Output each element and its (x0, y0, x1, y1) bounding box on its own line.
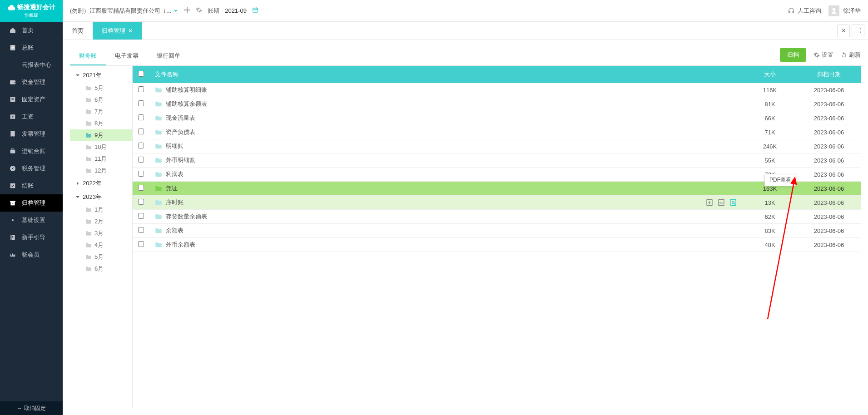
folder-icon (155, 199, 162, 206)
subtab-电子发票[interactable]: 电子发票 (106, 47, 148, 65)
archive-date: 2023-06-06 (797, 83, 861, 97)
folder-icon (85, 168, 92, 173)
tab-close-icon[interactable]: ✕ (128, 28, 133, 34)
sidebar-item-guide[interactable]: 新手引导 (0, 229, 63, 246)
sidebar-item-asset[interactable]: 固定资产 (0, 91, 63, 108)
tree-month[interactable]: 6月 (70, 94, 132, 106)
tree-month[interactable]: 1月 (70, 204, 132, 216)
tree-month[interactable]: 11月 (70, 153, 132, 165)
sidebar-item-tax[interactable]: 税务管理 (0, 160, 63, 177)
pdf-icon[interactable]: PDF (717, 198, 725, 207)
row-checkbox[interactable] (138, 114, 144, 120)
file-size: 48K (743, 238, 797, 252)
vip-icon (9, 251, 16, 258)
wallet-icon (9, 79, 16, 86)
table-row[interactable]: 辅助核算余额表81K2023-06-06 (133, 97, 861, 111)
svg-rect-0 (10, 45, 15, 50)
tree-month[interactable]: 12月 (70, 165, 132, 177)
row-checkbox[interactable] (138, 157, 144, 163)
row-checkbox[interactable] (138, 227, 144, 233)
refresh-icon (841, 52, 847, 58)
calendar-icon[interactable] (252, 7, 258, 15)
table-row[interactable]: 明细账246K2023-06-06 (133, 139, 861, 153)
tree-month[interactable]: 6月 (70, 263, 132, 275)
table-row[interactable]: 凭证163K2023-06-06 (133, 182, 861, 196)
tree-month[interactable]: 2月 (70, 216, 132, 227)
fullscreen-button[interactable]: ⛶ (852, 25, 864, 37)
close-all-tabs-button[interactable]: ✕ (837, 25, 850, 37)
tree-year[interactable]: 2022年 (70, 177, 132, 190)
settings-action[interactable]: 设置 (813, 51, 833, 59)
sidebar-item-ledger[interactable]: 总账 (0, 39, 63, 56)
subtab-银行回单[interactable]: 银行回单 (148, 47, 189, 65)
tree-month[interactable]: 4月 (70, 239, 132, 251)
tree-month[interactable]: 5月 (70, 82, 132, 94)
settings-gear-button[interactable] (196, 7, 202, 15)
row-checkbox[interactable] (138, 185, 144, 191)
file-table-panel: 文件名称 大小 归档日期 辅助核算明细账116K2023-06-06辅助核算余额… (133, 66, 861, 408)
tab-归档管理[interactable]: 归档管理✕ (93, 22, 142, 40)
select-all-checkbox[interactable] (138, 71, 144, 77)
subtab-财务账[interactable]: 财务账 (70, 47, 106, 65)
tree-month[interactable]: 7月 (70, 106, 132, 118)
tree-month[interactable]: 8月 (70, 118, 132, 129)
sidebar-item-label: 固定资产 (22, 95, 45, 104)
row-checkbox[interactable] (138, 171, 144, 177)
archive-date: 2023-06-06 (797, 168, 861, 182)
folder-icon (155, 129, 162, 135)
folder-icon (155, 143, 162, 149)
sidebar-item-home[interactable]: 首页 (0, 22, 63, 39)
row-checkbox[interactable] (138, 143, 144, 148)
table-row[interactable]: 资产负债表71K2023-06-06 (133, 125, 861, 139)
arrow-right-icon: ↔ (17, 405, 22, 411)
avatar (828, 5, 839, 16)
sidebar-item-salary[interactable]: 工资 (0, 108, 63, 125)
table-row[interactable]: 序时账 PDF 13K2023-06-06 (133, 196, 861, 210)
file-size: 246K (743, 139, 797, 153)
period-value[interactable]: 2021-09 (225, 7, 247, 14)
brand-logo: 畅捷通好会计 旗舰版 (0, 0, 63, 22)
row-checkbox[interactable] (138, 86, 144, 92)
view-icon[interactable] (729, 198, 737, 207)
archive-date: 2023-06-06 (797, 196, 861, 210)
file-size: 66K (743, 111, 797, 125)
sidebar-item-invoice[interactable]: 发票管理 (0, 125, 63, 143)
sidebar-item-archive[interactable]: 归档管理 (0, 194, 63, 212)
add-company-button[interactable] (184, 7, 190, 15)
sidebar-item-settings[interactable]: 基础设置 (0, 212, 63, 229)
row-checkbox[interactable] (138, 100, 144, 106)
support-link[interactable]: 人工咨询 (788, 7, 821, 15)
table-row[interactable]: 余额表83K2023-06-06 (133, 224, 861, 238)
sidebar-item-wallet[interactable]: 资金管理 (0, 74, 63, 91)
table-row[interactable]: 利润表72K2023-06-06 (133, 168, 861, 182)
table-row[interactable]: 现金流量表66K2023-06-06 (133, 111, 861, 125)
refresh-action[interactable]: 刷新 (841, 51, 861, 59)
table-row[interactable]: 辅助核算明细账116K2023-06-06 (133, 83, 861, 97)
user-menu[interactable]: 徐泽华 (828, 5, 861, 16)
row-checkbox[interactable] (138, 213, 144, 219)
row-checkbox[interactable] (138, 199, 144, 205)
tree-month[interactable]: 5月 (70, 251, 132, 263)
table-row[interactable]: 存货数量余额表62K2023-06-06 (133, 210, 861, 224)
tree-year[interactable]: 2023年 (70, 190, 132, 204)
row-checkbox[interactable] (138, 241, 144, 247)
tree-month[interactable]: 9月 (70, 129, 132, 141)
company-selector[interactable]: (勿删）江西服宝精品有限责任公司（... (70, 7, 179, 15)
archive-button[interactable]: 归档 (780, 48, 806, 62)
table-row[interactable]: 外币明细账55K2023-06-06 (133, 153, 861, 168)
tree-month[interactable]: 3月 (70, 227, 132, 239)
folder-icon (85, 219, 92, 224)
sidebar-item-label: 进销台账 (22, 147, 45, 155)
tree-month[interactable]: 10月 (70, 141, 132, 153)
tab-首页[interactable]: 首页 (63, 22, 93, 40)
row-checkbox[interactable] (138, 128, 144, 134)
sidebar-unpin[interactable]: ↔ 取消固定 (0, 401, 63, 415)
download-icon[interactable] (705, 198, 714, 207)
sidebar-item-chart[interactable]: 云报表中心 (0, 56, 63, 74)
tree-year[interactable]: 2021年 (70, 69, 132, 82)
settings-icon (9, 217, 16, 224)
sidebar-item-vip[interactable]: 畅会员 (0, 246, 63, 263)
table-row[interactable]: 外币余额表48K2023-06-06 (133, 238, 861, 252)
sidebar-item-close-period[interactable]: 结账 (0, 177, 63, 194)
sidebar-item-stock[interactable]: 进销台账 (0, 143, 63, 160)
